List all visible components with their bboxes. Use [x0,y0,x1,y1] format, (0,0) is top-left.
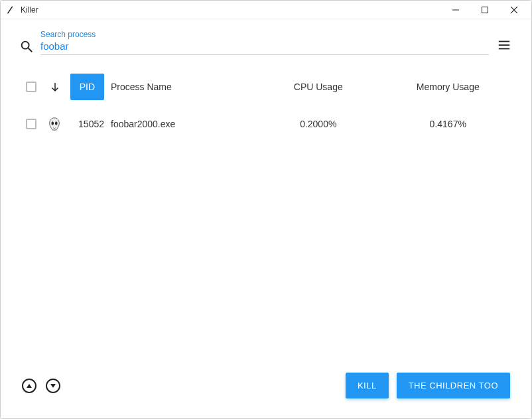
search-label: Search process [40,30,96,39]
row-checkbox[interactable] [26,119,36,129]
search-field[interactable]: Search process [40,31,489,55]
search-icon[interactable] [19,39,34,54]
svg-line-5 [29,48,33,52]
bottom-bar: KILL THE CHILDREN TOO [19,365,513,410]
row-cpu: 0.2000% [253,119,383,129]
scroll-up-button[interactable] [22,379,36,393]
titlebar: Killer [1,1,531,19]
search-input[interactable] [40,39,489,54]
app-window: Killer Search process [0,0,532,419]
content-area: Search process PID Process Name CPU Usag… [1,19,531,418]
app-icon [6,5,17,15]
table-row[interactable]: 15052 foobar2000.exe 0.2000% 0.4167% [19,112,513,136]
sort-direction-icon[interactable] [43,81,67,93]
scroll-down-button[interactable] [46,379,60,393]
column-header-pid[interactable]: PID [67,74,108,100]
row-mem: 0.4167% [383,119,513,129]
table-header: PID Process Name CPU Usage Memory Usage [19,70,513,104]
pid-chip: PID [70,74,104,100]
process-table: PID Process Name CPU Usage Memory Usage [19,70,513,365]
close-button[interactable] [499,1,529,19]
column-header-mem[interactable]: Memory Usage [383,82,513,92]
svg-point-4 [22,42,29,49]
svg-marker-12 [27,384,32,388]
column-header-cpu[interactable]: CPU Usage [253,82,383,92]
window-title: Killer [21,5,38,15]
process-icon [46,116,62,132]
kill-children-button[interactable]: THE CHILDREN TOO [397,373,510,398]
minimize-button[interactable] [441,1,470,19]
svg-point-11 [55,121,58,125]
select-all-checkbox[interactable] [26,82,36,92]
svg-point-10 [51,121,54,125]
row-pid: 15052 [67,119,108,129]
kill-button[interactable]: KILL [346,373,389,398]
svg-marker-13 [50,384,56,388]
svg-rect-1 [482,7,488,13]
hamburger-menu-icon[interactable] [496,36,513,54]
column-header-name[interactable]: Process Name [108,82,253,92]
maximize-button[interactable] [470,1,499,19]
row-process-name: foobar2000.exe [108,119,253,129]
search-row: Search process [19,31,513,55]
